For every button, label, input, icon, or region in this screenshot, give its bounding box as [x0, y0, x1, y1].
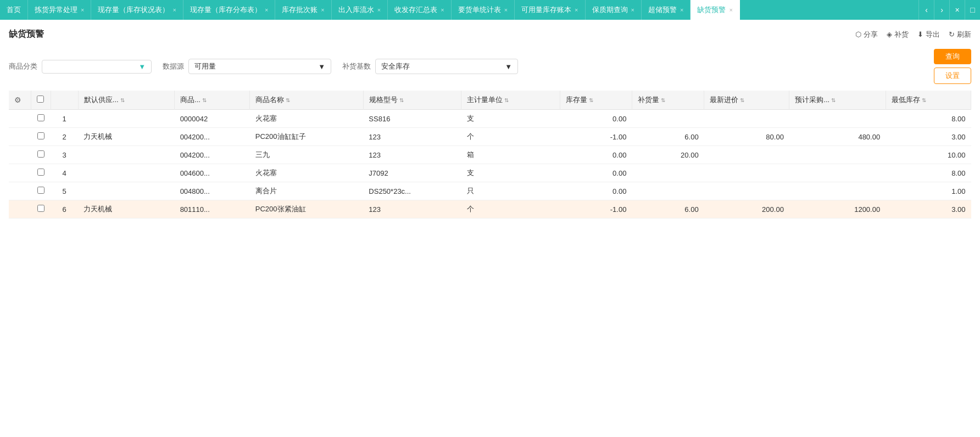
sort-replenish-qty-icon[interactable]: ⇅ — [661, 97, 665, 103]
replenish-base-filter-group: 补货基数 安全库存 ▼ — [342, 59, 518, 74]
sort-spec-icon[interactable]: ⇅ — [399, 97, 404, 103]
tab-order-stats[interactable]: 要货单统计表 × — [452, 0, 515, 20]
col-unit[interactable]: 主计量单位 ⇅ — [461, 91, 560, 110]
select-all-checkbox[interactable] — [37, 96, 44, 103]
row-checkbox-3[interactable] — [37, 169, 44, 176]
row-stock: 0.00 — [560, 182, 632, 200]
category-select[interactable]: ▼ — [42, 60, 152, 74]
share-icon: ⬡ — [855, 30, 861, 38]
row-min-stock: 3.00 — [886, 200, 971, 218]
col-stock[interactable]: 库存量 ⇅ — [560, 91, 632, 110]
tab-expiry-query[interactable]: 保质期查询 × — [586, 0, 642, 20]
row-min-stock: 10.00 — [886, 146, 971, 164]
table-settings-icon[interactable]: ⚙ — [14, 96, 21, 104]
datasource-filter-group: 数据源 可用量 ▼ — [163, 59, 331, 74]
row-product-name: 三九 — [250, 146, 364, 164]
tab-close-overstock[interactable]: × — [680, 7, 683, 13]
row-checkbox-1[interactable] — [37, 132, 44, 139]
tab-available-ledger[interactable]: 可用量库存账本 × — [515, 0, 585, 20]
row-checkbox-cell — [31, 146, 51, 164]
table-header-row: ⚙ 默认供应... ⇅ 商品... ⇅ — [9, 91, 971, 110]
tab-maximize-button[interactable]: □ — [965, 0, 980, 20]
tab-prev-button[interactable]: ‹ — [918, 0, 934, 20]
tab-close-abnormal[interactable]: × — [81, 7, 84, 13]
sort-est-purchase-icon[interactable]: ⇅ — [831, 97, 836, 103]
col-min-stock[interactable]: 最低库存 ⇅ — [886, 91, 971, 110]
row-product-name: PC200油缸缸子 — [250, 128, 364, 146]
row-spec: J7092 — [363, 164, 461, 182]
tab-overstock[interactable]: 超储预警 × — [642, 0, 691, 20]
tab-batch-account[interactable]: 库存批次账 × — [275, 0, 331, 20]
tab-close-expiry[interactable]: × — [631, 7, 634, 13]
row-unit: 只 — [461, 182, 560, 200]
sort-product-code-icon[interactable]: ⇅ — [202, 97, 207, 103]
sort-latest-price-icon[interactable]: ⇅ — [740, 97, 744, 103]
tab-close-inventory-status[interactable]: × — [172, 7, 176, 13]
row-unit: 箱 — [461, 146, 560, 164]
tab-close-ledger[interactable]: × — [575, 7, 578, 13]
row-latest-price: 200.00 — [704, 200, 789, 218]
tab-close-batch[interactable]: × — [321, 7, 324, 13]
row-checkbox-0[interactable] — [37, 114, 44, 121]
replenish-base-select[interactable]: 安全库存 ▼ — [375, 59, 518, 74]
datasource-arrow-icon: ▼ — [318, 63, 325, 71]
row-settings-cell — [9, 146, 31, 164]
col-product-name[interactable]: 商品名称 ⇅ — [250, 91, 364, 110]
sort-unit-icon[interactable]: ⇅ — [504, 97, 509, 103]
tab-next-button[interactable]: › — [934, 0, 949, 20]
row-checkbox-4[interactable] — [37, 187, 44, 194]
tab-close-all-button[interactable]: × — [949, 0, 965, 20]
col-latest-price[interactable]: 最新进价 ⇅ — [704, 91, 789, 110]
row-min-stock: 8.00 — [886, 110, 971, 128]
sort-supplier-icon[interactable]: ⇅ — [120, 97, 125, 103]
row-supplier: 力天机械 — [78, 200, 174, 218]
tab-recv-summary[interactable]: 收发存汇总表 × — [388, 0, 451, 20]
row-checkbox-cell — [31, 164, 51, 182]
col-spec[interactable]: 规格型号 ⇅ — [363, 91, 461, 110]
tab-inout-flow[interactable]: 出入库流水 × — [332, 0, 388, 20]
row-replenish-qty: 6.00 — [632, 200, 704, 218]
replenish-button[interactable]: ◈ 补货 — [887, 30, 909, 40]
tab-close-order[interactable]: × — [504, 7, 508, 13]
col-product-code[interactable]: 商品... ⇅ — [175, 91, 250, 110]
row-checkbox-5[interactable] — [37, 205, 44, 212]
tab-shortage[interactable]: 缺货预警 × — [691, 0, 739, 20]
tab-close-recv[interactable]: × — [441, 7, 444, 13]
tab-close-shortage[interactable]: × — [729, 7, 732, 13]
tab-close-inout[interactable]: × — [377, 7, 381, 13]
share-button[interactable]: ⬡ 分享 — [855, 30, 878, 40]
tab-inventory-status[interactable]: 现存量（库存状况表） × — [91, 0, 183, 20]
row-replenish-qty — [632, 110, 704, 128]
col-est-purchase[interactable]: 预计采购... ⇅ — [789, 91, 886, 110]
tab-abnormal[interactable]: 拣货异常处理 × — [28, 0, 91, 20]
row-checkbox-cell — [31, 128, 51, 146]
row-supplier — [78, 110, 174, 128]
col-supplier[interactable]: 默认供应... ⇅ — [78, 91, 174, 110]
row-stock: -1.00 — [560, 200, 632, 218]
row-product-code: 004200... — [175, 128, 250, 146]
datasource-label: 数据源 — [163, 61, 184, 71]
replenish-icon: ◈ — [887, 30, 892, 38]
row-stock: 0.00 — [560, 110, 632, 128]
sort-stock-icon[interactable]: ⇅ — [589, 97, 593, 103]
row-est-purchase: 480.00 — [789, 128, 886, 146]
export-button[interactable]: ⬇ 导出 — [917, 30, 940, 40]
table-row: 4 004600... 火花塞 J7092 支 0.00 8.00 — [9, 164, 971, 182]
row-settings-cell — [9, 128, 31, 146]
sort-product-name-icon[interactable]: ⇅ — [286, 97, 290, 103]
settings-button[interactable]: 设置 — [934, 68, 971, 84]
header-actions: ⬡ 分享 ◈ 补货 ⬇ 导出 ↻ 刷新 — [855, 30, 971, 40]
refresh-button[interactable]: ↻ 刷新 — [949, 30, 971, 40]
row-num: 1 — [51, 110, 78, 128]
col-replenish-qty[interactable]: 补货量 ⇅ — [632, 91, 704, 110]
row-unit: 支 — [461, 164, 560, 182]
replenish-base-label: 补货基数 — [342, 61, 371, 71]
tab-close-inventory-dist[interactable]: × — [265, 7, 268, 13]
tab-inventory-dist[interactable]: 现存量（库存分布表） × — [183, 0, 275, 20]
query-button[interactable]: 查询 — [934, 49, 971, 64]
datasource-select[interactable]: 可用量 ▼ — [188, 59, 331, 74]
table-row: 6 力天机械 801110... PC200张紧油缸 123 个 -1.00 6… — [9, 200, 971, 218]
sort-min-stock-icon[interactable]: ⇅ — [922, 97, 926, 103]
tab-home[interactable]: 首页 — [0, 0, 28, 20]
row-checkbox-2[interactable] — [37, 150, 44, 158]
